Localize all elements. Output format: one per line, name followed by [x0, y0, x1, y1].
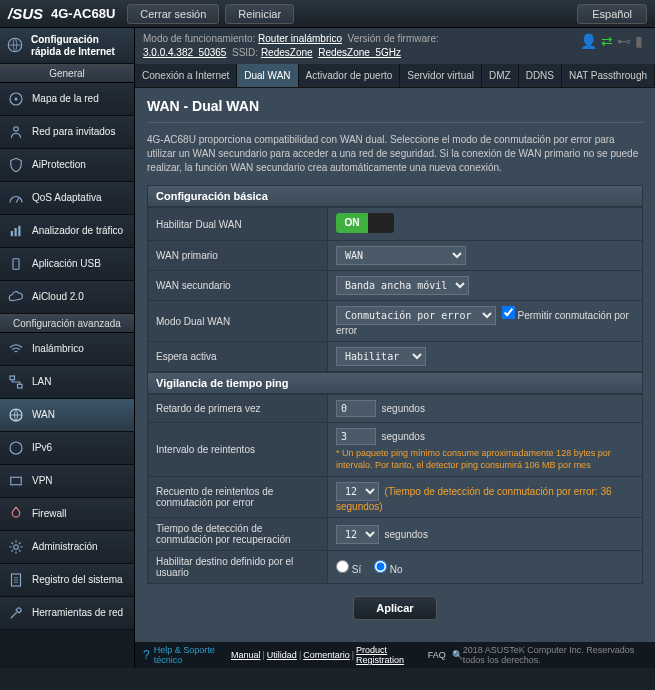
select-fail-count[interactable]: 12 — [336, 482, 379, 501]
input-retry-interval[interactable] — [336, 428, 376, 445]
select-dualwan-mode[interactable]: Conmutación por error — [336, 306, 496, 325]
firmware-link[interactable]: 3.0.0.4.382_50365 — [143, 47, 226, 58]
label-fail-count: Recuento de reintentos de conmutación po… — [148, 477, 328, 518]
log-icon — [6, 570, 26, 590]
input-first-delay[interactable] — [336, 400, 376, 417]
sidebar-item-traffic-analyzer[interactable]: Analizador de tráfico — [0, 215, 134, 248]
guest-icon — [6, 122, 26, 142]
checkbox-allow-failback[interactable] — [502, 306, 515, 319]
tab-port-trigger[interactable]: Activador de puerto — [299, 64, 401, 87]
person-icon: 👤 — [580, 33, 601, 49]
svg-rect-6 — [15, 228, 17, 236]
sidebar-item-vpn[interactable]: VPN — [0, 465, 134, 498]
sidebar-item-ipv6[interactable]: IPv6 — [0, 432, 134, 465]
svg-rect-13 — [11, 477, 22, 485]
sidebar-item-admin[interactable]: Administración — [0, 531, 134, 564]
label-recover-time: Tiempo de detección de conmutación por r… — [148, 518, 328, 551]
svg-point-2 — [15, 98, 18, 101]
select-primary-wan[interactable]: WAN — [336, 246, 466, 265]
label-secondary-wan: WAN secundario — [148, 271, 328, 301]
svg-line-4 — [16, 198, 19, 203]
ssid-5-link[interactable]: RedesZone_5GHz — [318, 47, 401, 58]
select-hot-standby[interactable]: Habilitar — [336, 347, 426, 366]
language-select[interactable]: Español — [577, 4, 647, 24]
svg-point-12 — [10, 442, 22, 454]
sidebar-item-syslog[interactable]: Registro del sistema — [0, 564, 134, 597]
svg-rect-7 — [18, 226, 20, 237]
sidebar: Configuración rápida de Internet General… — [0, 28, 135, 668]
label-user-defined-target: Habilitar destino definido por el usuari… — [148, 551, 328, 584]
shield-icon — [6, 155, 26, 175]
sidebar-item-aicloud[interactable]: AiCloud 2.0 — [0, 281, 134, 314]
search-icon[interactable]: 🔍 — [452, 650, 463, 660]
tab-nat-passthrough[interactable]: NAT Passthrough — [562, 64, 655, 87]
page-title: WAN - Dual WAN — [147, 98, 643, 123]
gear-icon — [6, 537, 26, 557]
section-ping: Vigilancia de tiempo ping — [147, 372, 643, 394]
sidebar-item-aiprotection[interactable]: AiProtection — [0, 149, 134, 182]
label-retry-interval: Intervalo de reintentos — [148, 423, 328, 477]
sidebar-item-wireless[interactable]: Inalámbrico — [0, 333, 134, 366]
fw-label: Versión de firmware: — [348, 33, 439, 44]
link-icon: ⇄ — [601, 33, 617, 49]
svg-point-14 — [14, 545, 19, 550]
model-label: 4G-AC68U — [51, 6, 115, 21]
tab-virtual-server[interactable]: Servidor virtual — [400, 64, 482, 87]
unit-seconds: segundos — [385, 529, 428, 540]
wifi-icon — [6, 339, 26, 359]
svg-rect-9 — [10, 376, 15, 380]
globe-icon — [6, 36, 26, 56]
logout-button[interactable]: Cerrar sesión — [127, 4, 219, 24]
reboot-button[interactable]: Reiniciar — [225, 4, 294, 24]
tab-ddns[interactable]: DDNS — [519, 64, 562, 87]
copyright: 2018 ASUSTeK Computer Inc. Reservados to… — [463, 645, 647, 665]
ssid-24-link[interactable]: RedesZone — [261, 47, 313, 58]
ssid-label: SSID: — [232, 47, 258, 58]
map-icon — [6, 89, 26, 109]
gauge-icon — [6, 188, 26, 208]
sidebar-item-lan[interactable]: LAN — [0, 366, 134, 399]
chart-icon — [6, 221, 26, 241]
ping-settings-table: Retardo de primera vez segundos Interval… — [147, 394, 643, 584]
info-bar: Modo de funcionamiento: Router inalámbri… — [135, 28, 655, 64]
mode-link[interactable]: Router inalámbrico — [258, 33, 342, 44]
sidebar-item-network-map[interactable]: Mapa de la red — [0, 83, 134, 116]
wan-tabs: Conexión a Internet Dual WAN Activador d… — [135, 64, 655, 88]
section-header-advanced: Configuración avanzada — [0, 314, 134, 333]
toggle-dual-wan[interactable]: ON — [336, 213, 394, 233]
tab-dual-wan[interactable]: Dual WAN — [237, 64, 298, 87]
sidebar-item-firewall[interactable]: Firewall — [0, 498, 134, 531]
tab-dmz[interactable]: DMZ — [482, 64, 519, 87]
help-icon: ? — [143, 648, 150, 662]
mode-label: Modo de funcionamiento: — [143, 33, 255, 44]
link-feedback[interactable]: Comentario — [303, 650, 350, 660]
radio-userdef-no[interactable] — [374, 560, 387, 573]
usb-icon — [6, 254, 26, 274]
tools-icon — [6, 603, 26, 623]
page-description: 4G-AC68U proporciona compatibilidad con … — [147, 133, 643, 175]
sidebar-item-guest-network[interactable]: Red para invitados — [0, 116, 134, 149]
label-dualwan-mode: Modo Dual WAN — [148, 301, 328, 342]
apply-button[interactable]: Aplicar — [353, 596, 436, 620]
tab-internet-connection[interactable]: Conexión a Internet — [135, 64, 237, 87]
sidebar-item-wan[interactable]: WAN — [0, 399, 134, 432]
link-utility[interactable]: Utilidad — [267, 650, 297, 660]
svg-rect-8 — [13, 259, 19, 270]
faq-label[interactable]: FAQ — [428, 650, 446, 660]
quick-setup-button[interactable]: Configuración rápida de Internet — [0, 28, 134, 64]
select-recover-time[interactable]: 12 — [336, 525, 379, 544]
section-basic: Configuración básica — [147, 185, 643, 207]
cloud-icon — [6, 287, 26, 307]
sidebar-item-usb-app[interactable]: Aplicación USB — [0, 248, 134, 281]
svg-rect-10 — [18, 384, 23, 388]
link-manual[interactable]: Manual — [231, 650, 261, 660]
sidebar-item-qos[interactable]: QoS Adaptativa — [0, 182, 134, 215]
sidebar-item-network-tools[interactable]: Herramientas de red — [0, 597, 134, 630]
svg-rect-5 — [11, 231, 13, 236]
brand-logo: /SUS — [8, 5, 43, 22]
unit-seconds: segundos — [382, 403, 425, 414]
link-registration[interactable]: Product Registration — [356, 645, 416, 665]
select-secondary-wan[interactable]: Banda ancha móvil — [336, 276, 469, 295]
help-label: Help & Soporte técnico — [154, 645, 221, 665]
radio-userdef-yes[interactable] — [336, 560, 349, 573]
